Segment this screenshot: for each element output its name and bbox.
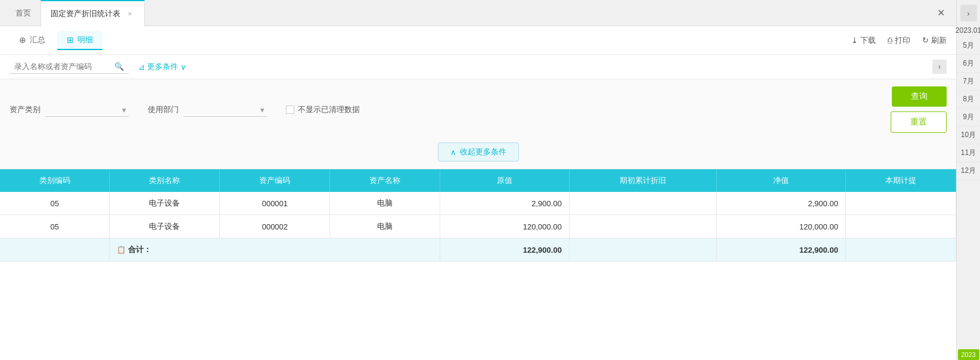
table-row: 05 电子设备 000002 电脑 120,000.00 120,000.00 — [0, 215, 956, 238]
month-10[interactable]: 10月 — [957, 126, 980, 144]
tab-summary-label: 汇总 — [30, 35, 45, 45]
asset-type-label: 资产类别 — [10, 104, 41, 115]
more-conditions-btn[interactable]: ⊿ 更多条件 ∨ — [138, 61, 186, 72]
expand-arrow: › — [196, 60, 947, 74]
tab-detail[interactable]: ⊞ 明细 — [57, 31, 102, 50]
cell-acc-dep-1 — [569, 215, 717, 238]
date-display: 2023.01 — [951, 24, 980, 37]
filter-row: 资产类别 使用部门 — [10, 86, 947, 133]
search-bar: 🔍 ⊿ 更多条件 ∨ › — [0, 55, 956, 79]
tab-active[interactable]: 固定资产折旧统计表 × — [41, 0, 145, 26]
more-conditions-label: 更多条件 — [147, 61, 178, 72]
expand-panel-btn[interactable]: › — [932, 60, 947, 74]
filter-icon: ⊿ — [138, 63, 145, 72]
month-8[interactable]: 8月 — [957, 91, 980, 108]
cell-cat-name-1: 电子设备 — [110, 215, 220, 238]
asset-type-select-wrap[interactable] — [45, 103, 129, 117]
department-select-wrap[interactable] — [183, 103, 267, 117]
search-icon: 🔍 — [114, 62, 124, 71]
tab-summary[interactable]: ⊕ 汇总 — [10, 31, 55, 50]
download-label: 下载 — [860, 35, 876, 46]
detail-icon: ⊞ — [67, 35, 74, 45]
sub-tab-bar: ⊕ 汇总 ⊞ 明细 ⤓ 下载 ⎙ 打印 ↻ 刷新 — [0, 26, 956, 55]
query-btn[interactable]: 查询 — [892, 86, 947, 107]
cell-net-val-0: 2,900.00 — [717, 192, 845, 215]
sub-tabs: ⊕ 汇总 ⊞ 明细 — [10, 31, 102, 50]
cell-asset-code-1: 000002 — [220, 215, 330, 238]
cell-asset-name-1: 电脑 — [330, 215, 440, 238]
collapse-label: 收起更多条件 — [460, 147, 506, 157]
cell-net-val-1: 120,000.00 — [717, 215, 845, 238]
total-orig-val: 122,900.00 — [440, 238, 569, 262]
print-icon: ⎙ — [888, 36, 892, 45]
total-net-val: 122,900.00 — [717, 238, 845, 262]
th-asset-code: 资产编码 — [220, 169, 330, 192]
cell-cat-code-1: 05 — [0, 215, 110, 238]
search-input[interactable] — [14, 62, 110, 71]
filter-actions: 查询 重置 — [891, 86, 947, 133]
cell-asset-name-0: 电脑 — [330, 192, 440, 215]
cell-cat-code-0: 05 — [0, 192, 110, 215]
table-total-row: 📋合计： 122,900.00 122,900.00 — [0, 238, 956, 262]
reset-btn[interactable]: 重置 — [891, 111, 947, 133]
cell-curr-dep-0 — [845, 192, 956, 215]
cell-asset-code-0: 000001 — [220, 192, 330, 215]
month-11[interactable]: 11月 — [957, 144, 980, 162]
department-select[interactable] — [183, 103, 267, 117]
chevron-down-icon: ∨ — [181, 63, 186, 72]
toolbar-right: ⤓ 下载 ⎙ 打印 ↻ 刷新 — [851, 35, 947, 46]
tab-detail-label: 明细 — [77, 35, 93, 45]
cell-curr-dep-1 — [845, 215, 956, 238]
month-9[interactable]: 9月 — [957, 108, 980, 126]
download-icon: ⤓ — [851, 36, 858, 45]
print-btn[interactable]: ⎙ 打印 — [888, 35, 910, 46]
total-icon-cell — [0, 238, 110, 262]
table-header-row: 类别编码 类别名称 资产编码 资产名称 原值 期初累计折旧 净值 本期计提 — [0, 169, 956, 192]
right-sidebar: › 2023.01 5月 6月 7月 8月 9月 10月 11月 12月 202… — [956, 0, 980, 360]
th-category-name: 类别名称 — [110, 169, 220, 192]
sidebar-expand-btn[interactable]: › — [960, 5, 977, 21]
hide-cleared-checkbox[interactable] — [286, 105, 294, 114]
cell-acc-dep-0 — [569, 192, 717, 215]
tab-active-label: 固定资产折旧统计表 — [51, 8, 120, 19]
th-original-value: 原值 — [440, 169, 569, 192]
table-row: 05 电子设备 000001 电脑 2,900.00 2,900.00 — [0, 192, 956, 215]
filter-asset-type: 资产类别 — [10, 103, 129, 117]
cell-cat-name-0: 电子设备 — [110, 192, 220, 215]
table-wrap: 类别编码 类别名称 资产编码 资产名称 原值 期初累计折旧 净值 本期计提 05… — [0, 169, 956, 360]
total-label: 📋合计： — [110, 238, 440, 262]
th-asset-name: 资产名称 — [330, 169, 440, 192]
asset-type-select[interactable] — [45, 103, 129, 117]
hide-cleared-label: 不显示已清理数据 — [298, 104, 360, 115]
summary-icon: ⊕ — [19, 35, 26, 45]
window-close-btn[interactable]: ✕ — [931, 4, 950, 23]
refresh-btn[interactable]: ↻ 刷新 — [922, 35, 947, 46]
tab-home[interactable]: 首页 — [6, 0, 41, 26]
collapse-icon: ∧ — [450, 148, 456, 157]
tab-bar: 首页 固定资产折旧统计表 × ✕ — [0, 0, 956, 26]
refresh-icon: ↻ — [922, 36, 929, 45]
total-curr-dep — [845, 238, 956, 262]
cell-orig-val-1: 120,000.00 — [440, 215, 569, 238]
th-category-code: 类别编码 — [0, 169, 110, 192]
tab-close-btn[interactable]: × — [125, 9, 135, 18]
th-net-value: 净值 — [717, 169, 845, 192]
year-badge: 2023 — [958, 349, 979, 360]
data-table: 类别编码 类别名称 资产编码 资产名称 原值 期初累计折旧 净值 本期计提 05… — [0, 169, 956, 262]
filter-department: 使用部门 — [148, 103, 267, 117]
download-btn[interactable]: ⤓ 下载 — [851, 35, 876, 46]
total-acc-dep — [569, 238, 717, 262]
th-current-depreciation: 本期计提 — [845, 169, 956, 192]
filter-area: 资产类别 使用部门 — [0, 79, 956, 169]
month-5[interactable]: 5月 — [957, 37, 980, 55]
collapse-btn[interactable]: ∧ 收起更多条件 — [438, 142, 519, 162]
month-6[interactable]: 6月 — [957, 55, 980, 73]
page-content: ⊕ 汇总 ⊞ 明细 ⤓ 下载 ⎙ 打印 ↻ 刷新 — [0, 26, 956, 360]
cell-orig-val-0: 2,900.00 — [440, 192, 569, 215]
print-label: 打印 — [895, 35, 910, 46]
hide-cleared-item[interactable]: 不显示已清理数据 — [286, 104, 360, 115]
search-input-wrap[interactable]: 🔍 — [10, 60, 129, 74]
month-12[interactable]: 12月 — [957, 162, 980, 180]
refresh-label: 刷新 — [931, 35, 947, 46]
month-7[interactable]: 7月 — [957, 73, 980, 91]
